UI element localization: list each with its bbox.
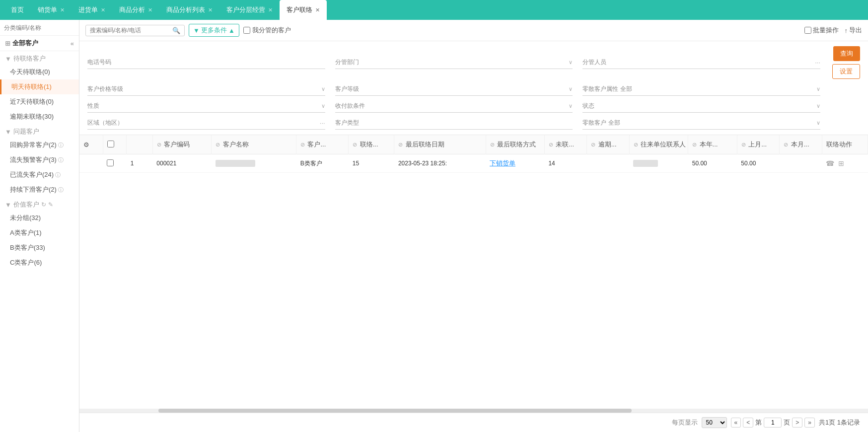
page-number-input[interactable]: [764, 418, 782, 428]
sidebar-item-ungrouped[interactable]: 未分组(32): [0, 211, 79, 225]
sort-icon-company: ⊘: [634, 142, 638, 147]
select-all-checkbox[interactable]: [107, 141, 114, 147]
sidebar-item-today[interactable]: 今天待联络(0): [0, 65, 79, 79]
filter-status-input[interactable]: [620, 103, 816, 110]
filter-nature-input[interactable]: [125, 103, 321, 110]
col-header-this-month: ⊘ 本月...: [780, 135, 822, 154]
row-this-year: 50.00: [688, 154, 737, 173]
col-header-this-year: ⊘ 本年...: [688, 135, 737, 154]
nav-purchase[interactable]: 进货单 ✕: [72, 0, 112, 20]
refresh-icon[interactable]: ↻: [41, 201, 46, 208]
nav-product-analysis[interactable]: 商品分析 ✕: [112, 0, 159, 20]
filter-icon: ▼: [193, 27, 200, 34]
filter-status-arrow[interactable]: ∨: [816, 103, 820, 109]
sidebar-item-class-a[interactable]: A类客户(1): [0, 225, 79, 240]
nav-customer-contact[interactable]: 客户联络 ✕: [280, 0, 327, 20]
search-button-icon[interactable]: 🔍: [172, 27, 180, 34]
scrollbar-thumb[interactable]: [158, 409, 632, 413]
more-filters-btn[interactable]: ▼ 更多条件 ▲: [189, 24, 239, 37]
filter-retail-attr-input[interactable]: [620, 86, 816, 93]
close-product-analysis-icon[interactable]: ✕: [148, 7, 152, 13]
row-num: 1: [127, 154, 153, 173]
page-label: 第: [755, 418, 762, 427]
close-product-list-icon[interactable]: ✕: [208, 7, 213, 13]
sidebar-item-class-b[interactable]: B类客户(33): [0, 240, 79, 255]
sidebar-item-declining[interactable]: 持续下滑客户(2) ⓘ: [0, 182, 79, 197]
query-button[interactable]: 查询: [833, 46, 860, 61]
filter-retail-arrow[interactable]: ∨: [816, 120, 820, 126]
nav-customer-tier[interactable]: 客户分层经营 ✕: [219, 0, 280, 20]
main-layout: 🔍 ⊞ 全部客户 « ▼ 待联络客户 今天待联络(0) 明天待联络(1) 近7天…: [0, 20, 868, 432]
filter-nature-arrow[interactable]: ∨: [321, 103, 325, 109]
action-phone-icon[interactable]: ☎: [826, 159, 834, 167]
page-first-btn[interactable]: «: [731, 418, 741, 428]
filter-phone-input[interactable]: [125, 59, 325, 66]
filter-customer-level-arrow[interactable]: ∨: [569, 86, 573, 92]
horizontal-scrollbar[interactable]: [79, 409, 868, 413]
row-overdue: [587, 154, 629, 173]
sidebar-collapse-icon[interactable]: «: [71, 40, 74, 47]
row-last-way-link[interactable]: 下销货单: [490, 159, 515, 167]
setting-button[interactable]: 设置: [832, 64, 860, 79]
filter-dept-arrow[interactable]: ∨: [569, 59, 573, 66]
sidebar-item-7days[interactable]: 近7天待联络(0): [0, 94, 79, 109]
sidebar-group-value: ▼ 价值客户 ↻ ✎: [0, 197, 79, 211]
filter-region-input[interactable]: [125, 120, 320, 127]
sort-icon-this-year: ⊘: [692, 142, 697, 147]
filter-person-input[interactable]: [620, 59, 815, 66]
filter-person-dots[interactable]: ···: [815, 59, 820, 66]
filter-price-level-arrow[interactable]: ∨: [321, 86, 325, 92]
sidebar-item-overdue[interactable]: 逾期未联络(30): [0, 109, 79, 124]
search-input[interactable]: [90, 27, 172, 34]
close-customer-tier-icon[interactable]: ✕: [268, 7, 273, 13]
sidebar-item-churned[interactable]: 已流失客户(24) ⓘ: [0, 167, 79, 182]
close-customer-contact-icon[interactable]: ✕: [315, 7, 320, 13]
nav-home[interactable]: 首页: [4, 0, 31, 20]
per-page-select[interactable]: 50 100 200: [702, 417, 727, 428]
sidebar-item-class-c[interactable]: C类客户(6): [0, 255, 79, 270]
row-gear: [79, 154, 103, 173]
nav-sales[interactable]: 销货单 ✕: [31, 0, 72, 20]
action-more-icon[interactable]: ⊞: [838, 159, 844, 167]
batch-operation-btn[interactable]: 批量操作: [804, 26, 839, 35]
filter-customer-type-input[interactable]: [373, 120, 573, 127]
batch-checkbox[interactable]: [804, 27, 811, 34]
my-customer-checkbox[interactable]: [243, 27, 250, 34]
close-sales-icon[interactable]: ✕: [60, 7, 65, 13]
edit-icon[interactable]: ✎: [48, 201, 53, 208]
customer-table: ⚙ ⊘ 客户编码 ⊘ 客户名称: [79, 135, 868, 173]
filter-retail: 零散客户 全部 ∨: [582, 117, 820, 130]
nav-product-list[interactable]: 商品分析列表 ✕: [159, 0, 219, 20]
export-btn[interactable]: ↑ 导出: [845, 26, 863, 35]
filter-phone: 电话号码: [87, 56, 325, 69]
filter-person: 分管人员 ···: [582, 56, 820, 69]
sidebar-all-customers[interactable]: ⊞ 全部客户 «: [0, 36, 79, 51]
filter-retail-input[interactable]: [620, 120, 816, 127]
page-prev-btn[interactable]: <: [743, 418, 753, 428]
page-next-btn[interactable]: >: [792, 418, 802, 428]
sidebar-item-churn-warning[interactable]: 流失预警客户(3) ⓘ: [0, 152, 79, 167]
row-select-checkbox[interactable]: [107, 159, 114, 166]
gear-icon[interactable]: ⚙: [83, 141, 89, 148]
filter-person-label: 分管人员: [582, 58, 617, 67]
sidebar-item-repurchase-abnormal[interactable]: 回购异常客户(2) ⓘ: [0, 138, 79, 152]
filter-price-level-input[interactable]: [125, 86, 321, 93]
filter-retail-attr-label: 零散客户属性 全部: [582, 85, 617, 93]
sidebar-search-input[interactable]: [4, 24, 78, 31]
filter-payment-arrow[interactable]: ∨: [569, 103, 573, 109]
col-header-gear: ⚙: [79, 135, 103, 154]
filter-customer-type-label: 客户类型: [335, 119, 370, 127]
filter-region-dots[interactable]: ···: [320, 119, 325, 127]
row-checkbox[interactable]: [103, 154, 126, 173]
filter-dept-input[interactable]: [373, 59, 569, 66]
sidebar-item-tomorrow[interactable]: 明天待联络(1): [0, 79, 79, 94]
my-customer-filter[interactable]: 我分管的客户: [243, 26, 291, 35]
filter-customer-level-input[interactable]: [373, 86, 569, 93]
col-header-code: ⊘ 客户编码: [152, 135, 211, 154]
page-last-btn[interactable]: »: [804, 418, 815, 428]
filter-payment-input[interactable]: [373, 103, 569, 110]
filter-retail-attr-arrow[interactable]: ∨: [816, 86, 820, 92]
sort-icon-last-date: ⊘: [398, 142, 403, 147]
col-header-overdue: ⊘ 逾期...: [587, 135, 629, 154]
close-purchase-icon[interactable]: ✕: [101, 7, 105, 13]
